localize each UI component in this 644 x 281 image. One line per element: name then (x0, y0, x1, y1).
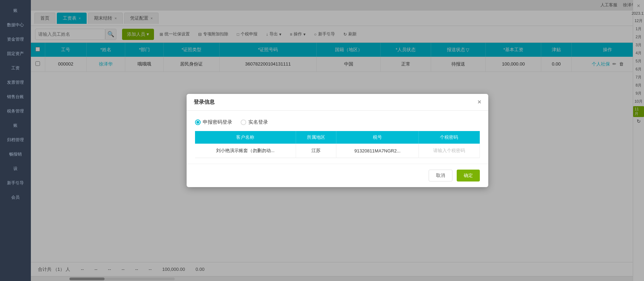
login-type-radio-group: 申报密码登录 实名登录 (195, 119, 480, 125)
cancel-button[interactable]: 取消 (429, 170, 452, 181)
sidebar-item-label: 固定资产 (7, 51, 24, 56)
sidebar-item-label: 新手引导 (7, 180, 24, 185)
sidebar-item-label: 工资 (11, 66, 20, 70)
password-placeholder: 请输入个税密码 (433, 148, 465, 153)
sidebar-item-label: 设 (13, 166, 18, 171)
cell-password-input[interactable]: 请输入个税密码 (418, 144, 479, 158)
sidebar-item-fixed-assets[interactable]: 固定资产 (0, 47, 31, 61)
col-password: 个税密码 (418, 131, 479, 144)
customer-table: 客户名称 所属地区 税号 个税密码 刘小艳演示账套（勿删勿动... 江苏 913… (195, 131, 480, 158)
radio-realname-login[interactable]: 实名登录 (241, 119, 268, 125)
dialog-header: 登录信息 × (187, 94, 488, 111)
sidebar-item-label: 发票管理 (7, 80, 24, 85)
col-region: 所属地区 (296, 131, 336, 144)
cell-tax-number: 91320811MA7NGR2... (336, 144, 419, 158)
sidebar-item-tax[interactable]: 税务管理 (0, 104, 31, 118)
sidebar-item-ledger[interactable]: 账 (0, 118, 31, 133)
sidebar-item-label: 资金管理 (7, 37, 24, 42)
radio-password-login[interactable]: 申报密码登录 (195, 119, 232, 125)
sidebar-item-label: 账 (13, 8, 18, 13)
sidebar-item-label: 数据中心 (7, 22, 24, 27)
sidebar-item-label: 归档管理 (7, 137, 24, 142)
sidebar-item-label: 畅报销 (9, 152, 22, 157)
sidebar-item-data-center[interactable]: 数据中心 (0, 18, 31, 32)
customer-row: 刘小艳演示账套（勿删勿动... 江苏 91320811MA7NGR2... 请输… (195, 144, 480, 158)
sidebar-item-expense[interactable]: 畅报销 (0, 147, 31, 162)
sidebar: 账 数据中心 资金管理 固定资产 工资 发票管理 销售台账 税务管理 账 归档管… (0, 0, 31, 281)
sidebar-item-label: 销售台账 (7, 94, 24, 99)
sidebar-item-label: 会员 (11, 195, 20, 200)
sidebar-item-sales[interactable]: 销售台账 (0, 90, 31, 104)
dialog-close-button[interactable]: × (477, 98, 481, 106)
sidebar-item-member[interactable]: 会员 (0, 190, 31, 205)
col-tax-number: 税号 (336, 131, 419, 144)
dialog-overlay: 登录信息 × 申报密码登录 实名登录 客户名称 所属地区 (31, 0, 644, 281)
sidebar-item-settings[interactable]: 设 (0, 162, 31, 176)
sidebar-item-guide[interactable]: 新手引导 (0, 176, 31, 190)
dialog-body: 申报密码登录 实名登录 客户名称 所属地区 税号 个税密码 (187, 111, 488, 164)
radio-realname-unchecked (241, 119, 246, 125)
radio-password-checked (195, 119, 201, 125)
confirm-button[interactable]: 确定 (457, 170, 480, 181)
dialog-footer: 取消 确定 (187, 164, 488, 187)
sidebar-item-label: 账 (13, 123, 18, 128)
login-dialog: 登录信息 × 申报密码登录 实名登录 客户名称 所属地区 (187, 94, 488, 187)
cell-customer-name: 刘小艳演示账套（勿删勿动... (195, 144, 296, 158)
sidebar-item-fund[interactable]: 资金管理 (0, 32, 31, 47)
sidebar-item-archive[interactable]: 归档管理 (0, 133, 31, 147)
cell-region: 江苏 (296, 144, 336, 158)
dialog-title: 登录信息 (194, 99, 215, 105)
sidebar-item-invoice[interactable]: 发票管理 (0, 75, 31, 90)
sidebar-item-account[interactable]: 账 (0, 4, 31, 18)
col-customer-name: 客户名称 (195, 131, 296, 144)
sidebar-item-label: 税务管理 (7, 109, 24, 114)
sidebar-item-payroll[interactable]: 工资 (0, 61, 31, 75)
